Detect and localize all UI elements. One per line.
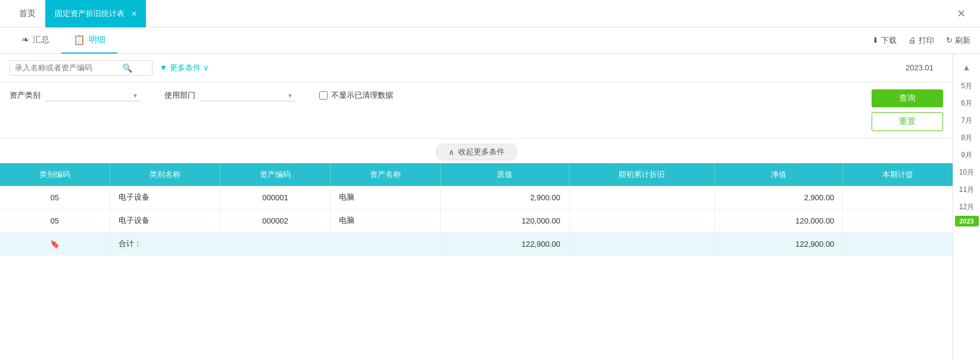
table-row[interactable]: 05 电子设备 000001 电脑 2,900.00 2,900.00: [0, 186, 953, 209]
th-original-value: 原值: [441, 163, 569, 186]
refresh-icon: ↻: [946, 36, 953, 45]
use-department-label: 使用部门: [164, 90, 195, 101]
more-conditions-label: 更多条件: [170, 63, 201, 73]
cell-original-value: 2,900.00: [441, 186, 569, 209]
th-accumulated-depreciation: 期初累计折旧: [569, 163, 715, 186]
th-current-depreciation: 本期计提: [843, 163, 953, 186]
tab-detail-label: 明细: [89, 35, 105, 45]
print-label: 打印: [919, 35, 934, 46]
month-item[interactable]: 10月: [955, 164, 979, 181]
cell-asset-code: 000001: [220, 186, 330, 209]
cell-current-depreciation: [843, 209, 953, 232]
cell-accumulated-depreciation: [569, 209, 715, 232]
sidebar-up-btn[interactable]: ▲: [958, 58, 976, 76]
cell-net-value: 120,000.00: [715, 209, 843, 232]
query-btn[interactable]: 查询: [872, 89, 943, 107]
data-table: 类别编码 类别名称 资产编码 资产名称 原值 期初累计折旧 净值 本期计提 05…: [0, 163, 953, 256]
toolbar-actions: ⬇ 下载 🖨 打印 ↻ 刷新: [872, 35, 970, 46]
filter-use-department: 使用部门: [164, 89, 295, 101]
total-icon-cell: 🔖: [0, 232, 110, 256]
right-sidebar: ▲ 5月6月7月8月9月10月11月12月 2023: [953, 54, 980, 360]
asset-category-select[interactable]: [45, 89, 141, 101]
th-net-value: 净值: [715, 163, 843, 186]
content-left: 🔍 ▼ 更多条件 ∨ 2023.01 资产类别: [0, 54, 953, 360]
month-item[interactable]: 7月: [955, 112, 979, 129]
chevron-down-icon: ∨: [203, 63, 209, 72]
table-wrap: 类别编码 类别名称 资产编码 资产名称 原值 期初累计折旧 净值 本期计提 05…: [0, 163, 953, 360]
sub-tabs: ❧ 汇总 📋 明细 ⬇ 下载 🖨 打印 ↻ 刷新: [0, 27, 980, 54]
active-tab: 固定资产折旧统计表 ×: [45, 0, 146, 27]
refresh-label: 刷新: [955, 35, 970, 46]
use-department-select[interactable]: [200, 89, 295, 101]
refresh-btn[interactable]: ↻ 刷新: [946, 35, 970, 46]
month-item[interactable]: 9月: [955, 147, 979, 164]
total-label-cell: 合计：: [110, 232, 441, 256]
month-item[interactable]: 11月: [955, 181, 979, 198]
filter-fields: 资产类别 使用部门: [10, 89, 872, 101]
period-display: 2023.01: [906, 63, 943, 72]
th-asset-code: 资产编码: [220, 163, 330, 186]
tab-summary[interactable]: ❧ 汇总: [10, 27, 61, 54]
cell-category-code: 05: [0, 209, 110, 232]
total-net-value: 122,900.00: [715, 232, 843, 256]
filter-asset-category: 资产类别: [10, 89, 141, 101]
cell-current-depreciation: [843, 186, 953, 209]
month-list: 5月6月7月8月9月10月11月12月: [955, 77, 979, 216]
download-label: 下载: [881, 35, 897, 46]
detail-icon: 📋: [73, 34, 85, 45]
download-icon: ⬇: [872, 36, 879, 45]
tab-title: 固定资产折旧统计表: [55, 8, 125, 19]
hide-cleared-label: 不显示已清理数据: [331, 90, 393, 101]
filter-panel: 资产类别 使用部门: [0, 82, 953, 139]
filter-icon: ▼: [160, 63, 167, 72]
more-conditions-btn[interactable]: ▼ 更多条件 ∨: [160, 63, 209, 73]
collapse-label: 收起更多条件: [458, 147, 505, 157]
cell-original-value: 120,000.00: [441, 209, 569, 232]
cell-category-name: 电子设备: [110, 186, 220, 209]
hide-cleared-checkbox[interactable]: [319, 91, 328, 100]
filter-first-row: 资产类别 使用部门: [10, 89, 943, 138]
reset-btn[interactable]: 重置: [872, 112, 943, 131]
cell-asset-name: 电脑: [331, 209, 441, 232]
cell-category-code: 05: [0, 186, 110, 209]
use-department-select-wrap: [200, 89, 295, 101]
table-row[interactable]: 05 电子设备 000002 电脑 120,000.00 120,000.00: [0, 209, 953, 232]
nav-home[interactable]: 首页: [10, 8, 45, 19]
print-icon: 🖨: [909, 36, 916, 45]
collapse-bar: ∧ 收起更多条件: [0, 139, 953, 163]
tab-detail[interactable]: 📋 明细: [61, 27, 117, 54]
hide-cleared-checkbox-wrap: 不显示已清理数据: [319, 90, 393, 101]
month-item[interactable]: 12月: [955, 198, 979, 216]
search-input[interactable]: [15, 63, 122, 72]
summary-icon: ❧: [21, 34, 29, 45]
top-nav: 首页 固定资产折旧统计表 × ✕: [0, 0, 980, 27]
total-row: 🔖 合计： 122,900.00 122,900.00: [0, 232, 953, 256]
search-bar: 🔍 ▼ 更多条件 ∨ 2023.01: [0, 54, 953, 82]
collapse-icon: ∧: [449, 148, 455, 157]
cell-asset-code: 000002: [220, 209, 330, 232]
cell-category-name: 电子设备: [110, 209, 220, 232]
month-item[interactable]: 8月: [955, 129, 979, 147]
tab-summary-label: 汇总: [33, 35, 49, 45]
month-item[interactable]: 5月: [955, 77, 979, 95]
asset-category-label: 资产类别: [10, 90, 41, 101]
table-body: 05 电子设备 000001 电脑 2,900.00 2,900.00 05 电…: [0, 186, 953, 256]
tab-close-btn[interactable]: ×: [132, 9, 136, 18]
th-category-name: 类别名称: [110, 163, 220, 186]
download-btn[interactable]: ⬇ 下载: [872, 35, 897, 46]
collapse-btn[interactable]: ∧ 收起更多条件: [436, 144, 517, 160]
table-header-row: 类别编码 类别名称 资产编码 资产名称 原值 期初累计折旧 净值 本期计提: [0, 163, 953, 186]
year-badge[interactable]: 2023: [955, 216, 979, 226]
total-original-value: 122,900.00: [441, 232, 569, 256]
month-item[interactable]: 6月: [955, 95, 979, 112]
window-close-btn[interactable]: ✕: [952, 7, 970, 20]
search-icon[interactable]: 🔍: [122, 63, 132, 73]
total-current-depreciation: [843, 232, 953, 256]
cell-accumulated-depreciation: [569, 186, 715, 209]
main-content: 🔍 ▼ 更多条件 ∨ 2023.01 资产类别: [0, 54, 980, 360]
print-btn[interactable]: 🖨 打印: [909, 35, 934, 46]
th-category-code: 类别编码: [0, 163, 110, 186]
total-accumulated-depreciation: [569, 232, 715, 256]
cell-net-value: 2,900.00: [715, 186, 843, 209]
th-asset-name: 资产名称: [331, 163, 441, 186]
